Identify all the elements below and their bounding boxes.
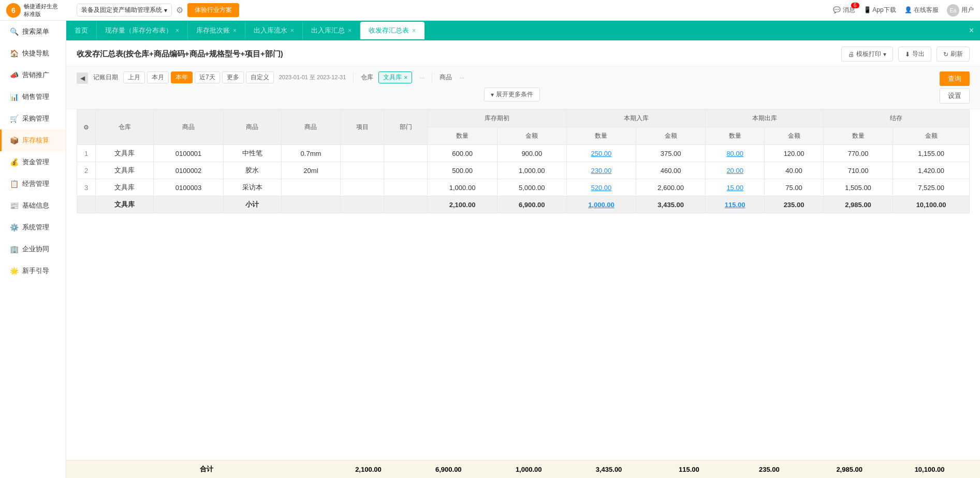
tab-close-icon[interactable]: ×: [348, 27, 352, 34]
tab-close-icon[interactable]: ×: [290, 27, 294, 34]
cell-warehouse: 文具库: [96, 162, 154, 179]
refresh-button[interactable]: ↻ 刷新: [937, 47, 970, 62]
top-header: 6 畅捷通好生意 标准版 装备及固定资产辅助管理系统 ▾ ⚙ 体验行业方案 💬 …: [0, 0, 980, 21]
expand-button[interactable]: ▾ 展开更多条件: [484, 88, 540, 102]
table-row: 3文具库0100003采访本1,000.005,000.00520.002,60…: [77, 179, 970, 196]
tab-recv-send-summary[interactable]: 收发存汇总表 ×: [360, 22, 425, 39]
gear-icon[interactable]: ⚙: [176, 5, 183, 15]
tab-close-icon[interactable]: ×: [175, 27, 179, 34]
collab-icon: 🏢: [10, 245, 18, 253]
sidebar-item-basic[interactable]: 📰 基础信息: [0, 195, 66, 216]
tab-label: 收发存汇总表: [369, 26, 409, 35]
total-opening-qty: 2,100.00: [328, 466, 408, 473]
sidebar-item-search[interactable]: 🔍 搜索菜单: [0, 21, 66, 42]
sidebar-item-system[interactable]: ⚙️ 系统管理: [0, 216, 66, 238]
message-badge: 6: [851, 3, 859, 8]
th-warehouse: 仓库: [96, 110, 154, 145]
export-button[interactable]: ⬇ 导出: [898, 47, 931, 62]
filter-content: 记账日期 上月 本月 本年 近7天 更多 自定义 2023-01-01 至 20…: [93, 71, 930, 102]
goods-ellipsis[interactable]: ···: [459, 74, 464, 81]
cell-in-qty[interactable]: 250.00: [566, 145, 636, 162]
cell-balance-amt: 1,155.00: [893, 145, 970, 162]
cell-in-qty[interactable]: 520.00: [566, 179, 636, 196]
filter-area: ◀ 记账日期 上月 本月 本年 近7天 更多 自定义: [66, 66, 980, 109]
experience-button[interactable]: 体验行业方案: [187, 3, 239, 17]
sidebar-item-finance[interactable]: 💰 资金管理: [0, 151, 66, 173]
date-btn-custom[interactable]: 自定义: [246, 71, 274, 83]
tab-close-icon[interactable]: ×: [412, 27, 416, 34]
print-icon: 🖨: [848, 51, 854, 58]
tab-inout-summary[interactable]: 出入库汇总 ×: [303, 22, 360, 39]
print-button[interactable]: 🖨 模板打印 ▾: [841, 47, 893, 62]
sidebar-item-marketing[interactable]: 📣 营销推广: [0, 64, 66, 86]
message-icon: 💬: [833, 6, 841, 13]
cell-out-qty[interactable]: 20.00: [706, 162, 765, 179]
sidebar-item-newbie[interactable]: 🌟 新手引导: [0, 260, 66, 282]
th-balance-group: 结存: [823, 110, 969, 127]
cell-out-qty[interactable]: 15.00: [706, 179, 765, 196]
online-service[interactable]: 👤 在线客服: [904, 6, 939, 15]
date-btn-more[interactable]: 更多: [222, 71, 244, 83]
tab-close-icon[interactable]: ×: [233, 27, 237, 34]
cell-out-qty[interactable]: 80.00: [706, 145, 765, 162]
tab-inout-flow[interactable]: 出入库流水 ×: [245, 22, 303, 39]
message-icon-container[interactable]: 💬 6 消息: [833, 6, 855, 15]
sidebar-item-purchase[interactable]: 🛒 采购管理: [0, 108, 66, 129]
filter-toggle[interactable]: ◀: [77, 73, 88, 84]
th-opening-qty: 数量: [428, 127, 497, 145]
filter-actions: 查询 设置: [940, 71, 970, 104]
warehouse-tag[interactable]: 文具库 ×: [378, 71, 412, 83]
tab-label: 出入库汇总: [311, 26, 345, 35]
app-download[interactable]: 📱 App下载: [864, 6, 896, 15]
cell-in-qty[interactable]: 230.00: [566, 162, 636, 179]
sidebar-item-sales[interactable]: 📊 销售管理: [0, 86, 66, 108]
cell-balance-amt: 1,420.00: [893, 162, 970, 179]
total-balance-amt: 10,100.00: [889, 466, 970, 473]
cell-code: 0100003: [154, 179, 223, 196]
settings-button[interactable]: 设置: [940, 88, 970, 104]
user-area[interactable]: Ea 用户: [947, 4, 974, 17]
collapse-icon: ◀: [80, 75, 85, 82]
sidebar-item-inventory[interactable]: 📦 库存核算: [0, 129, 66, 151]
basic-icon: 📰: [10, 201, 18, 210]
date-btn-this-month[interactable]: 本月: [147, 71, 169, 83]
cell-out-amt: 40.00: [765, 162, 824, 179]
date-btn-last-month[interactable]: 上月: [123, 71, 145, 83]
cell-in-qty[interactable]: 1,000.00: [566, 196, 636, 213]
total-out-qty: 115.00: [649, 466, 729, 473]
cell-project: [340, 196, 384, 213]
page-content: 收发存汇总表(按仓库+商品编码+商品+规格型号+项目+部门) 🖨 模板打印 ▾ …: [66, 40, 980, 478]
home-icon: 🏠: [10, 49, 18, 57]
tab-home[interactable]: 首页: [66, 22, 97, 39]
warehouse-tag-close[interactable]: ×: [404, 74, 407, 81]
filter-line1: 记账日期 上月 本月 本年 近7天 更多 自定义 2023-01-01 至 20…: [93, 71, 930, 83]
phone-icon: 📱: [864, 6, 871, 13]
goods-label: 商品: [440, 73, 452, 82]
th-project: 项目: [340, 110, 384, 145]
tab-batch[interactable]: 库存批次账 ×: [188, 22, 245, 39]
th-out-qty: 数量: [706, 127, 765, 145]
query-button[interactable]: 查询: [940, 71, 970, 86]
tab-home-label: 首页: [75, 26, 88, 35]
tab-bar-close-icon[interactable]: ×: [963, 26, 980, 35]
cell-out-qty[interactable]: 115.00: [706, 196, 765, 213]
sidebar-item-label: 资金管理: [22, 157, 49, 167]
tab-inventory-dist[interactable]: 现存量（库存分布表） ×: [97, 22, 188, 39]
tab-label: 库存批次账: [196, 26, 230, 35]
tab-label: 现存量（库存分布表）: [105, 26, 172, 35]
page-title: 收发存汇总表(按仓库+商品编码+商品+规格型号+项目+部门): [77, 49, 283, 59]
system-select[interactable]: 装备及固定资产辅助管理系统 ▾: [77, 4, 172, 17]
sidebar-item-collab[interactable]: 🏢 企业协同: [0, 238, 66, 260]
warehouse-ellipsis[interactable]: ···: [419, 74, 425, 81]
chevron-down-icon: ▾: [164, 7, 167, 14]
th-in-qty: 数量: [566, 127, 636, 145]
th-balance-qty: 数量: [823, 127, 893, 145]
sidebar-item-business[interactable]: 📋 经营管理: [0, 173, 66, 195]
table-row: 2文具库0100002胶水20ml500.001,000.00230.00460…: [77, 162, 970, 179]
cell-in-amt: 375.00: [636, 145, 706, 162]
tab-label: 出入库流水: [254, 26, 287, 35]
sidebar-item-quicknav[interactable]: 🏠 快捷导航: [0, 42, 66, 64]
sidebar-item-label: 企业协同: [22, 244, 49, 254]
date-btn-7days[interactable]: 近7天: [195, 71, 220, 83]
date-btn-this-year[interactable]: 本年: [171, 71, 193, 83]
